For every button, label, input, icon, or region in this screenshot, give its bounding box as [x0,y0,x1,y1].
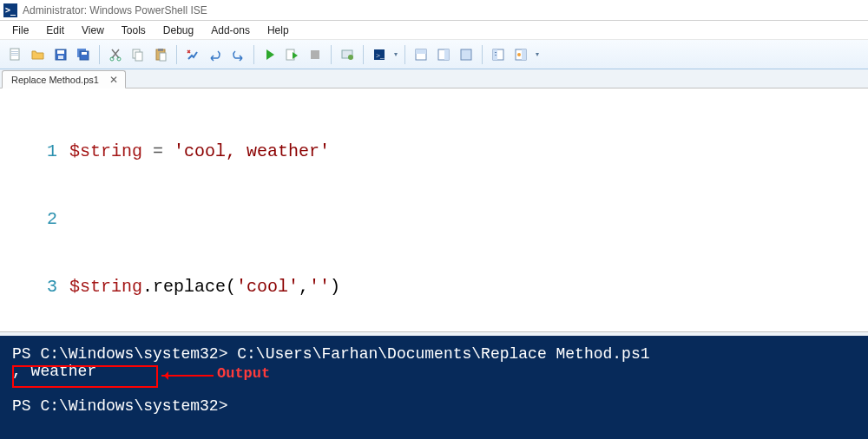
stop-button[interactable] [305,44,326,65]
save-button[interactable] [50,44,71,65]
annotation-box [12,365,158,388]
svg-text:>_: >_ [376,51,385,60]
toolbar-separator [482,45,483,64]
copy-button[interactable] [128,44,148,65]
window-title: Administrator: Windows PowerShell ISE [23,4,207,16]
svg-rect-15 [158,49,163,51]
code-line: $string = 'cool, weather' [69,141,868,163]
open-button[interactable] [28,44,49,65]
svg-rect-30 [495,52,496,53]
menu-debug[interactable]: Debug [156,23,201,38]
code-area[interactable]: $string = 'cool, weather' $string.replac… [69,95,868,331]
code-line: $string.replace('cool','') [69,276,868,298]
toolbar-separator [99,45,100,64]
svg-rect-1 [11,51,18,52]
console-pane[interactable]: PS C:\Windows\system32> C:\Users\Farhan\… [0,337,868,439]
powershell-tab-button[interactable]: >_ [369,44,390,65]
tab-label: Replace Method.ps1 [11,75,99,85]
menu-tools[interactable]: Tools [115,23,153,38]
svg-rect-3 [11,55,18,56]
menu-help[interactable]: Help [260,23,296,38]
run-button[interactable] [260,44,280,65]
console-prompt: PS C:\Windows\system32> [12,397,856,415]
layout-script-top-button[interactable] [411,44,431,65]
layout-script-right-button[interactable] [433,44,454,65]
line-gutter: 1 2 3 [0,95,69,331]
close-icon[interactable]: ✕ [108,74,120,86]
toolbar: >_ ▾ ▾ [0,40,868,69]
layout-script-max-button[interactable] [456,44,477,65]
line-number: 2 [0,208,57,231]
svg-rect-9 [82,52,87,55]
line-number: 1 [0,141,57,163]
svg-point-34 [517,53,521,56]
svg-rect-6 [58,56,63,59]
svg-rect-33 [522,49,526,60]
powershell-icon: >_ [3,3,17,17]
toolbar-separator [363,45,364,64]
file-tab-bar: Replace Method.ps1 ✕ [0,69,868,88]
svg-rect-31 [495,55,496,56]
menu-file[interactable]: File [5,23,36,38]
code-line [69,208,868,231]
svg-rect-27 [461,49,471,60]
cut-button[interactable] [105,44,126,65]
svg-rect-0 [10,49,19,60]
toolbar-separator [176,45,177,64]
menu-edit[interactable]: Edit [39,23,71,38]
dropdown-icon[interactable]: ▾ [533,50,541,58]
line-number: 3 [0,276,57,298]
console-line: PS C:\Windows\system32> C:\Users\Farhan\… [12,345,856,363]
svg-rect-24 [416,49,426,54]
menu-bar: File Edit View Tools Debug Add-ons Help [0,21,868,40]
clear-button[interactable] [182,44,203,65]
menu-addons[interactable]: Add-ons [204,23,257,38]
annotation-label: Output [217,365,270,382]
svg-rect-5 [57,50,64,54]
dropdown-icon[interactable]: ▾ [391,50,399,58]
toolbar-separator [404,45,405,64]
annotation-arrow [161,375,214,377]
menu-view[interactable]: View [75,23,111,38]
toolbar-separator [331,45,332,64]
svg-rect-26 [444,49,449,60]
run-selection-button[interactable] [282,44,303,65]
script-editor[interactable]: 1 2 3 $string = 'cool, weather' $string.… [0,88,868,331]
toolbar-separator [253,45,254,64]
new-button[interactable] [5,44,26,65]
svg-rect-13 [135,52,142,61]
svg-rect-18 [311,50,319,59]
redo-button[interactable] [227,44,248,65]
show-command-button[interactable] [488,44,509,65]
svg-rect-2 [11,53,18,54]
svg-rect-16 [160,53,166,61]
show-command-addon-button[interactable] [510,44,531,65]
file-tab-active[interactable]: Replace Method.ps1 ✕ [2,70,126,88]
paste-button[interactable] [150,44,171,65]
svg-point-20 [348,55,353,60]
new-remote-button[interactable] [337,44,358,65]
title-bar: >_ Administrator: Windows PowerShell ISE [0,0,868,21]
save-all-button[interactable] [73,44,94,65]
undo-button[interactable] [205,44,226,65]
